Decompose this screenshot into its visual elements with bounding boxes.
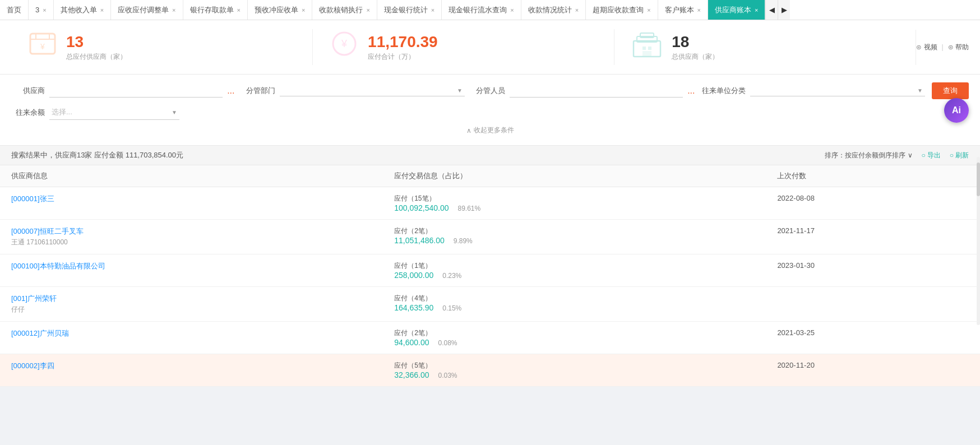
close-icon[interactable]: × — [431, 7, 434, 13]
stat-info-total-suppliers: 18 总供应商（家） — [672, 33, 719, 62]
col-last-pay: 上次付数 — [777, 171, 969, 181]
dept-label: 分管部门 — [242, 86, 275, 96]
nav-item-payment-stat[interactable]: 收款情况统计 × — [521, 0, 586, 20]
supplier-link[interactable]: [001]广州荣轩 — [11, 294, 57, 303]
scrollbar-thumb[interactable] — [977, 163, 980, 196]
stat-item-total-suppliers: 18 总供应商（家） — [614, 30, 916, 65]
tx-info-cell: 应付（2笔） 11,051,486.00 9.89% — [394, 226, 777, 245]
nav-prev-arrow[interactable]: ◀ — [765, 0, 778, 20]
tx-label: 应付（5笔） — [394, 361, 777, 370]
filter-row-1: 供应商 ... 分管部门 ▼ 分管人员 ... 往来单位分类 ▼ 查询 — [11, 82, 969, 99]
table: 供应商信息 应付交易信息（占比） 上次付数 [000001]张三 应付（15笔）… — [0, 165, 980, 387]
total-suppliers-icon — [631, 30, 663, 65]
tx-amount[interactable]: 94,600.00 — [394, 338, 429, 347]
ai-badge[interactable]: Ai — [944, 98, 969, 123]
nav-item-label: 收款情况统计 — [528, 5, 572, 15]
nav-item-label: 银行存取款单 — [190, 5, 234, 15]
filter-supplier: 供应商 ... — [11, 84, 235, 98]
tx-pct: 0.08% — [438, 339, 457, 347]
nav-item-supplier-ledger[interactable]: 供应商账本 × — [708, 0, 765, 20]
video-link[interactable]: ⊙ 视频 — [916, 43, 937, 52]
tx-info-cell: 应付（1笔） 258,000.00 0.23% — [394, 261, 777, 280]
nav-next-arrow[interactable]: ▶ — [778, 0, 790, 20]
tx-label: 应付（2笔） — [394, 226, 777, 236]
nav-item-other-income[interactable]: 其他收入单 × — [54, 0, 111, 20]
dept-dropdown-icon[interactable]: ▼ — [457, 87, 463, 94]
tx-amount[interactable]: 164,635.90 — [394, 303, 433, 312]
tx-amount[interactable]: 100,092,540.00 — [394, 203, 449, 212]
close-icon[interactable]: × — [43, 7, 46, 13]
stat-item-payable-total: ¥ 11,170.39 应付合计（万） — [313, 29, 614, 65]
help-link[interactable]: ⊙ 帮助 — [948, 43, 969, 52]
supplier-sub: 仔仔 — [11, 305, 394, 314]
supplier-dots-icon[interactable]: ... — [227, 86, 234, 96]
close-icon[interactable]: × — [302, 7, 305, 13]
result-bar: 搜索结果中，供应商13家 应付金额 111,703,854.00元 排序：按应付… — [0, 146, 980, 165]
tx-amount[interactable]: 32,366.00 — [394, 370, 429, 379]
close-icon[interactable]: × — [100, 7, 104, 13]
supplier-link[interactable]: [000002]李四 — [11, 361, 54, 370]
category-label: 往来单位分类 — [702, 86, 746, 96]
category-select[interactable]: ▼ — [750, 85, 926, 96]
tx-amount[interactable]: 258,000.00 — [394, 271, 433, 280]
close-icon[interactable]: × — [172, 7, 175, 13]
svg-text:¥: ¥ — [341, 38, 348, 49]
close-icon[interactable]: × — [647, 7, 650, 13]
balance-select[interactable]: 选择... ▼ — [49, 105, 179, 120]
category-dropdown-icon[interactable]: ▼ — [917, 87, 923, 94]
close-icon[interactable]: × — [366, 7, 369, 13]
svg-rect-11 — [648, 47, 651, 50]
sort-arrow-icon: ∨ — [908, 151, 913, 159]
tx-row: 11,051,486.00 9.89% — [394, 236, 777, 245]
close-icon[interactable]: × — [510, 7, 514, 13]
filter-area: 供应商 ... 分管部门 ▼ 分管人员 ... 往来单位分类 ▼ 查询 往 — [0, 75, 980, 146]
close-icon[interactable]: × — [755, 7, 758, 13]
tx-pct: 0.23% — [442, 272, 461, 280]
payable-total-icon: ¥ — [330, 29, 359, 65]
refresh-label: 刷新 — [955, 151, 969, 160]
close-icon[interactable]: × — [237, 7, 241, 13]
balance-dropdown-icon[interactable]: ▼ — [172, 109, 177, 115]
total-suppliers-label: 总供应商（家） — [672, 52, 719, 62]
scrollbar-track[interactable] — [977, 157, 980, 325]
tx-pct: 0.03% — [438, 372, 457, 379]
tx-row: 100,092,540.00 89.61% — [394, 203, 777, 212]
nav-item-bank-deposit[interactable]: 银行存取款单 × — [183, 0, 248, 20]
table-header: 供应商信息 应付交易信息（占比） 上次付数 — [0, 165, 980, 187]
nav-item-3[interactable]: 3 × — [29, 0, 54, 20]
export-button[interactable]: ○ 导出 — [922, 151, 941, 160]
nav-item-cash-bank-stat[interactable]: 现金银行统计 × — [377, 0, 442, 20]
tx-label: 应付（4笔） — [394, 294, 777, 303]
supplier-link[interactable]: [000007]恒旺二手叉车 — [11, 227, 84, 235]
nav-item-cash-flow-query[interactable]: 现金银行流水查询 × — [442, 0, 521, 20]
nav-item-payment-verify[interactable]: 收款核销执行 × — [312, 0, 377, 20]
supplier-link[interactable]: [000100]本特勤油品有限公司 — [11, 262, 105, 270]
supplier-link[interactable]: [000012]广州贝瑞 — [11, 329, 69, 337]
nav-item-customer-ledger[interactable]: 客户账本 × — [658, 0, 708, 20]
refresh-button[interactable]: ○ 刷新 — [950, 151, 969, 160]
supplier-link[interactable]: [000001]张三 — [11, 194, 54, 203]
supplier-input[interactable] — [49, 84, 223, 98]
nav-item-prepaid-ar[interactable]: 预收冲应收单 × — [248, 0, 312, 20]
dept-select[interactable]: ▼ — [280, 85, 465, 96]
collapse-button[interactable]: ∧ 收起更多条件 — [11, 126, 969, 135]
nav-item-label: 首页 — [7, 5, 21, 15]
tx-amount[interactable]: 11,051,486.00 — [394, 236, 445, 245]
close-icon[interactable]: × — [697, 7, 701, 13]
close-icon[interactable]: × — [575, 7, 579, 13]
nav-item-label: 现金银行流水查询 — [449, 5, 507, 15]
tx-pct: 0.15% — [442, 304, 461, 312]
person-dots-icon[interactable]: ... — [687, 86, 695, 96]
filter-balance: 往来余额 选择... ▼ — [11, 105, 179, 120]
table-row: [000100]本特勤油品有限公司 应付（1笔） 258,000.00 0.23… — [0, 254, 980, 287]
nav-item-ar-ap-adjust[interactable]: 应收应付调整单 × — [111, 0, 183, 20]
sort-button[interactable]: 排序：按应付余额倒序排序 ∨ — [825, 151, 913, 160]
last-pay-cell: 2021-03-25 — [777, 328, 969, 337]
nav-item-overdue-ar[interactable]: 超期应收款查询 × — [586, 0, 658, 20]
nav-item-home[interactable]: 首页 — [0, 0, 29, 20]
table-row: [000002]李四 应付（5笔） 32,366.00 0.03% 2020-1… — [0, 354, 980, 387]
person-input[interactable] — [510, 84, 683, 98]
search-button[interactable]: 查询 — [932, 82, 969, 99]
supplier-sub: 王通 17106110000 — [11, 238, 394, 247]
tx-info-cell: 应付（5笔） 32,366.00 0.03% — [394, 361, 777, 379]
